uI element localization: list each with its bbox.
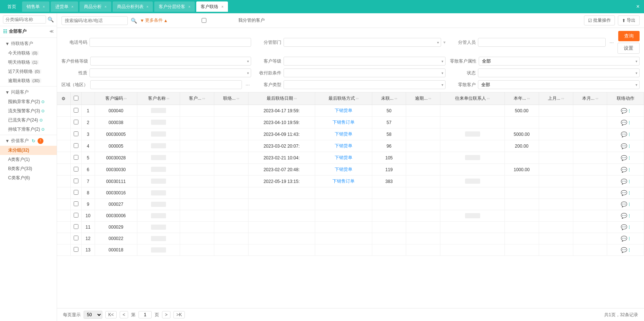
row-checkbox[interactable] — [74, 179, 78, 183]
row-checkbox[interactable] — [74, 155, 78, 160]
sidebar-item-today[interactable]: 今天待联络(0) — [0, 49, 57, 58]
search-button[interactable]: 🔍 — [131, 18, 137, 24]
sidebar-item-class-b[interactable]: B类客户(33) — [0, 164, 57, 173]
last-contact-method-link[interactable]: 下销货单 — [335, 131, 352, 137]
contact-action-icon[interactable]: 💬 — [621, 167, 627, 173]
col-type[interactable]: 客户...⇔ — [180, 92, 214, 105]
sidebar-item-churn-warning[interactable]: 流失预警客户(3) ⊙ — [0, 106, 57, 116]
contact-action-icon[interactable]: 💬 — [621, 108, 627, 114]
filter-region-input[interactable] — [90, 80, 242, 89]
tab-purchase[interactable]: 进货单 × — [51, 1, 78, 12]
search-input[interactable] — [61, 16, 128, 25]
row-checkbox[interactable] — [74, 143, 78, 148]
col-not-contacted[interactable]: 未联...⇔ — [372, 92, 406, 105]
sidebar-item-overdue[interactable]: 逾期未联络(30) — [0, 76, 57, 85]
last-contact-method-link[interactable]: 下销售订单 — [332, 179, 355, 184]
sidebar-item-7days[interactable]: 近7天待联络(0) — [0, 67, 57, 76]
sidebar-item-ungroup[interactable]: 未分组(32) — [0, 146, 57, 155]
col-last-contact-method[interactable]: 最后联络方式⇔ — [315, 92, 372, 105]
more-action-icon[interactable]: ⁝ — [629, 213, 630, 219]
row-checkbox[interactable] — [74, 201, 78, 206]
reset-button[interactable]: 设置 — [617, 43, 640, 54]
contact-action-icon[interactable]: 💬 — [621, 201, 627, 207]
my-customers-checkbox-label[interactable]: 我分管的客户 — [171, 17, 265, 24]
more-action-icon[interactable]: ⁝ — [629, 179, 630, 184]
contact-action-icon[interactable]: 💬 — [621, 247, 627, 253]
more-action-icon[interactable]: ⁝ — [629, 120, 630, 126]
col-last-month-resize[interactable]: ⇔ — [561, 96, 564, 100]
filter-person-dots[interactable]: ··· — [608, 39, 615, 45]
page-size-select[interactable]: 50 20 100 — [84, 311, 102, 319]
filter-customer-type-select[interactable] — [284, 80, 445, 89]
row-checkbox[interactable] — [74, 213, 78, 218]
col-last-contact-date-resize[interactable]: ⇔ — [294, 96, 297, 100]
more-action-icon[interactable]: ⁝ — [629, 247, 630, 253]
filter-retail-attr-select[interactable]: 全部 — [479, 57, 640, 66]
col-last-contact-method-resize[interactable]: ⇔ — [356, 96, 359, 100]
last-contact-method-link[interactable]: 下销货单 — [335, 108, 352, 113]
col-this-month-resize[interactable]: ⇔ — [595, 96, 598, 100]
query-button[interactable]: 查询 — [618, 31, 640, 41]
select-all-checkbox[interactable] — [74, 96, 78, 100]
contact-action-icon[interactable]: 💬 — [621, 236, 627, 241]
more-action-icon[interactable]: ⁝ — [629, 190, 630, 196]
filter-price-level-select[interactable] — [90, 57, 251, 66]
col-this-year[interactable]: 本年...⇔ — [504, 92, 539, 105]
close-purchase-tab[interactable]: × — [71, 5, 74, 9]
collapse-sidebar-btn[interactable]: ≪ — [49, 29, 54, 34]
sidebar-item-hoarding[interactable]: 囤购异常客户(2) ⊙ — [0, 97, 57, 106]
row-checkbox[interactable] — [74, 236, 78, 240]
filter-payment-select[interactable] — [284, 68, 445, 77]
last-contact-method-link[interactable]: 下销货单 — [335, 143, 352, 148]
first-page-btn[interactable]: K< — [105, 311, 117, 318]
close-customer-contact-tab[interactable]: × — [221, 5, 224, 9]
prev-page-btn[interactable]: < — [120, 311, 128, 318]
contact-action-icon[interactable]: 💬 — [621, 190, 627, 196]
window-close-button[interactable]: × — [635, 2, 641, 11]
more-conditions-button[interactable]: ▼ 更多条件 ▲ — [140, 17, 168, 24]
last-page-btn[interactable]: >K — [173, 311, 185, 318]
export-button[interactable]: ⬆ 导出 — [618, 15, 640, 25]
filter-phone-input[interactable] — [89, 38, 251, 47]
filter-nature-select[interactable] — [89, 68, 251, 77]
col-name[interactable]: 客户名称⇔ — [137, 92, 180, 105]
sidebar-item-declining[interactable]: 持续下滑客户(2) ⊙ — [0, 125, 57, 134]
more-action-icon[interactable]: ⁝ — [629, 143, 630, 149]
close-product-analysis-list-tab[interactable]: × — [147, 5, 149, 9]
contact-action-icon[interactable]: 💬 — [621, 155, 627, 161]
all-customers-header[interactable]: ☷ 全部客户 ≪ — [0, 26, 57, 37]
settings-icon[interactable]: ⚙ — [61, 96, 66, 101]
more-action-icon[interactable]: ⁝ — [629, 108, 630, 114]
sidebar-group-value[interactable]: ▼ 价值客户 ↻ ! — [0, 136, 57, 146]
tab-product-analysis-list[interactable]: 商品分析列表 × — [113, 1, 153, 12]
tab-sales[interactable]: 销售单 × — [22, 1, 49, 12]
col-this-year-resize[interactable]: ⇔ — [527, 96, 530, 100]
sidebar-item-class-a[interactable]: A类客户(1) — [0, 155, 57, 164]
batch-operation-button[interactable]: ☑ 批量操作 — [584, 15, 615, 25]
more-action-icon[interactable]: ⁝ — [629, 236, 630, 241]
contact-action-icon[interactable]: 💬 — [621, 224, 627, 230]
row-checkbox[interactable] — [74, 247, 78, 252]
filter-customer-level-select[interactable] — [284, 57, 445, 66]
my-customers-checkbox[interactable] — [171, 18, 237, 23]
sidebar-item-class-c[interactable]: C类客户(6) — [0, 173, 57, 183]
close-product-analysis-tab[interactable]: × — [105, 5, 107, 9]
more-action-icon[interactable]: ⁝ — [629, 131, 630, 137]
last-contact-method-link[interactable]: 下销货单 — [335, 167, 352, 172]
more-action-icon[interactable]: ⁝ — [629, 167, 630, 173]
col-settings[interactable]: ⚙ — [57, 92, 70, 105]
row-checkbox[interactable] — [74, 108, 78, 113]
col-code-resize[interactable]: ⇔ — [124, 96, 127, 100]
contact-action-icon[interactable]: 💬 — [621, 120, 627, 126]
tab-home[interactable]: 首页 — [3, 1, 21, 12]
tab-product-analysis[interactable]: 商品分析 × — [80, 1, 111, 12]
last-contact-method-link[interactable]: 下销货单 — [335, 155, 352, 160]
sidebar-group-pending[interactable]: ▼ 待联络客户 — [0, 39, 57, 49]
contact-action-icon[interactable]: 💬 — [621, 143, 627, 149]
contact-action-icon[interactable]: 💬 — [621, 213, 627, 219]
col-unit-contact[interactable]: 往来单位联系人⇔ — [440, 92, 504, 105]
col-unit-contact-resize[interactable]: ⇔ — [487, 96, 490, 100]
col-last-month[interactable]: 上月...⇔ — [539, 92, 573, 105]
filter-retail-select[interactable]: 全部 — [478, 80, 640, 89]
filter-status-select[interactable] — [478, 68, 640, 77]
